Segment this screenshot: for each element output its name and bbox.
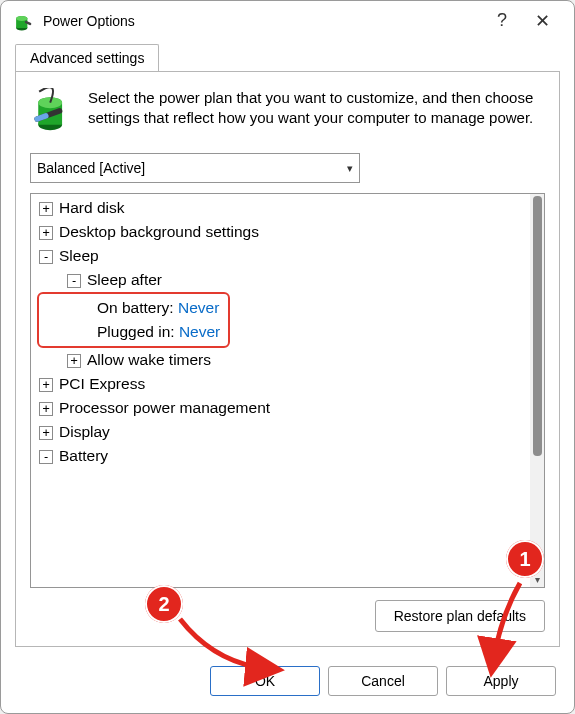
window-title: Power Options	[43, 13, 497, 29]
expand-icon[interactable]: +	[39, 226, 53, 240]
tab-panel: Select the power plan that you want to c…	[15, 71, 560, 647]
titlebar: Power Options ? ✕	[1, 1, 574, 41]
power-options-window: Power Options ? ✕ Advanced settings Sele…	[0, 0, 575, 714]
tree-item-processor-power-management[interactable]: +Processor power management	[35, 396, 526, 420]
power-plan-large-icon	[30, 88, 74, 135]
restore-defaults-button[interactable]: Restore plan defaults	[375, 600, 545, 632]
settings-tree[interactable]: +Hard disk +Desktop background settings …	[31, 194, 530, 587]
tree-item-pci-express[interactable]: +PCI Express	[35, 372, 526, 396]
ok-button[interactable]: OK	[210, 666, 320, 696]
settings-tree-container: +Hard disk +Desktop background settings …	[30, 193, 545, 588]
collapse-icon[interactable]: -	[39, 450, 53, 464]
plugged-in-value[interactable]: Never	[179, 323, 220, 340]
scrollbar-down-button[interactable]: ▾	[530, 572, 544, 587]
tree-item-display[interactable]: +Display	[35, 420, 526, 444]
svg-point-1	[16, 16, 27, 21]
help-icon[interactable]: ?	[497, 10, 507, 32]
tree-item-sleep-after[interactable]: -Sleep after	[35, 268, 526, 292]
tree-item-plugged-in[interactable]: Plugged in: Never	[97, 320, 220, 344]
power-plan-icon	[13, 11, 33, 31]
tree-item-sleep[interactable]: -Sleep	[35, 244, 526, 268]
tree-item-on-battery[interactable]: On battery: Never	[97, 296, 220, 320]
tree-item-battery[interactable]: -Battery	[35, 444, 526, 468]
tab-advanced-settings[interactable]: Advanced settings	[15, 44, 159, 71]
intro-section: Select the power plan that you want to c…	[30, 88, 545, 135]
expand-icon[interactable]: +	[39, 426, 53, 440]
collapse-icon[interactable]: -	[39, 250, 53, 264]
tree-item-hard-disk[interactable]: +Hard disk	[35, 196, 526, 220]
on-battery-value[interactable]: Never	[178, 299, 219, 316]
cancel-button[interactable]: Cancel	[328, 666, 438, 696]
scrollbar-thumb[interactable]	[533, 196, 542, 456]
tree-item-desktop-background[interactable]: +Desktop background settings	[35, 220, 526, 244]
highlight-box: On battery: Never Plugged in: Never	[37, 292, 230, 348]
expand-icon[interactable]: +	[39, 378, 53, 392]
expand-icon[interactable]: +	[67, 354, 81, 368]
expand-icon[interactable]: +	[39, 202, 53, 216]
close-icon[interactable]: ✕	[535, 10, 550, 32]
plan-dropdown[interactable]: Balanced [Active] ▾	[30, 153, 360, 183]
plan-dropdown-selected: Balanced [Active]	[37, 160, 145, 176]
tree-item-allow-wake-timers[interactable]: +Allow wake timers	[35, 348, 526, 372]
apply-button[interactable]: Apply	[446, 666, 556, 696]
dialog-footer: OK Cancel Apply	[1, 659, 574, 713]
scrollbar[interactable]: ▾	[530, 194, 544, 587]
tab-strip: Advanced settings	[1, 41, 574, 71]
expand-icon[interactable]: +	[39, 402, 53, 416]
chevron-down-icon: ▾	[347, 162, 353, 175]
collapse-icon[interactable]: -	[67, 274, 81, 288]
intro-text: Select the power plan that you want to c…	[88, 88, 545, 135]
